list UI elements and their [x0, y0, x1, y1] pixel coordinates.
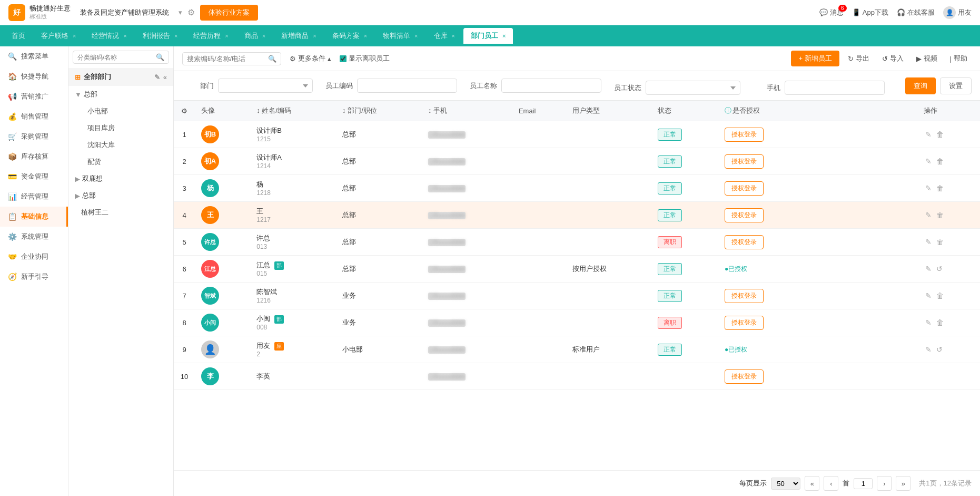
filter-emp-code-input[interactable]: [357, 79, 457, 93]
search-input[interactable]: [187, 55, 266, 63]
more-conditions-button[interactable]: ⚙ 更多条件 ▴: [285, 52, 335, 65]
dept-parent-slx[interactable]: ▶ 双鹿想: [68, 170, 173, 187]
pagination-next-btn[interactable]: ›: [877, 476, 892, 491]
col-phone[interactable]: ↕ 手机: [422, 101, 512, 121]
auth-btn-row4[interactable]: 授权登录: [725, 208, 764, 222]
tab-operation[interactable]: 经营情况 ×: [84, 28, 134, 44]
edit-btn-row9[interactable]: ✎: [925, 345, 932, 354]
delete-btn-row3[interactable]: 🗑: [936, 184, 944, 192]
tab-bom[interactable]: 物料清单 ×: [375, 28, 425, 44]
dept-parent-hq[interactable]: ▼ 总部: [68, 86, 173, 103]
auth-btn-row7[interactable]: 授权登录: [725, 289, 764, 303]
dept-all-button[interactable]: ⊞ 全部部门 ✎ «: [68, 68, 173, 86]
app-download-button[interactable]: 📱 App下载: [852, 8, 888, 17]
tab-profit-close[interactable]: ×: [174, 33, 177, 39]
delete-btn-row8[interactable]: 🗑: [936, 318, 944, 327]
filter-phone-input[interactable]: [785, 81, 885, 95]
sidebar-item-purchase[interactable]: 🛒 采购管理: [0, 127, 68, 147]
dept-item-ph[interactable]: 配货: [75, 153, 173, 170]
tab-barcode[interactable]: 条码方案 ×: [325, 28, 374, 44]
sidebar-item-nav[interactable]: 🏠 快捷导航: [0, 66, 68, 86]
auth-btn-row1[interactable]: 授权登录: [725, 128, 764, 142]
auth-btn-row10[interactable]: 授权登录: [725, 369, 764, 384]
sidebar-item-search[interactable]: 🔍 搜索菜单: [0, 46, 68, 66]
per-page-select[interactable]: 50 100: [771, 478, 800, 490]
dept-item-xmkf[interactable]: 项目库房: [75, 120, 173, 137]
online-service-button[interactable]: 🎧 在线客服: [897, 8, 935, 17]
sidebar-item-sales[interactable]: 💰 销售管理: [0, 106, 68, 127]
edit-btn-row7[interactable]: ✎: [925, 291, 932, 300]
show-resigned-checkbox[interactable]: 显示离职员工: [340, 54, 390, 63]
delete-btn-row9[interactable]: ↺: [936, 345, 943, 354]
delete-btn-row2[interactable]: 🗑: [936, 157, 944, 166]
sidebar-item-finance[interactable]: 💳 资金管理: [0, 167, 68, 187]
edit-btn-row3[interactable]: ✎: [925, 184, 932, 192]
filter-emp-name-input[interactable]: [501, 79, 601, 93]
tab-bom-close[interactable]: ×: [414, 33, 418, 39]
delete-btn-row5[interactable]: 🗑: [936, 238, 944, 246]
reset-button[interactable]: 设置: [940, 77, 972, 94]
view-button[interactable]: ▶ 视频: [912, 52, 942, 65]
tab-home[interactable]: 首页: [4, 28, 33, 44]
col-settings[interactable]: ⚙: [174, 101, 195, 121]
edit-btn-row5[interactable]: ✎: [925, 238, 932, 246]
sidebar-item-guide[interactable]: 🧭 新手引导: [0, 267, 68, 287]
message-button[interactable]: 💬 消息 6: [819, 8, 844, 17]
add-employee-button[interactable]: + 新增员工: [791, 51, 839, 66]
filter-status-select[interactable]: [646, 81, 740, 95]
delete-btn-row7[interactable]: 🗑: [936, 291, 944, 300]
delete-btn-row4[interactable]: 🗑: [936, 211, 944, 219]
dept-settings-icon[interactable]: ✎: [154, 73, 160, 81]
import-button[interactable]: ↺ 导入: [878, 52, 908, 65]
sidebar-item-inventory[interactable]: 📦 库存核算: [0, 147, 68, 167]
sidebar-item-collab[interactable]: 🤝 企业协同: [0, 247, 68, 267]
edit-btn-row6[interactable]: ✎: [925, 265, 932, 273]
dept-collapse-icon[interactable]: «: [163, 73, 167, 81]
delete-btn-row6[interactable]: ↺: [936, 265, 943, 273]
sidebar-item-operation-mgmt[interactable]: 📊 经营管理: [0, 187, 68, 207]
system-title-dropdown-icon[interactable]: ▾: [179, 8, 182, 16]
tab-profit[interactable]: 利润报告 ×: [135, 28, 185, 44]
sidebar-item-system[interactable]: ⚙️ 系统管理: [0, 227, 68, 247]
sidebar-item-marketing[interactable]: 📢 营销推广: [0, 86, 68, 106]
filter-dept-select[interactable]: [218, 79, 313, 93]
tab-goods-close[interactable]: ×: [262, 33, 265, 39]
sidebar-item-basic-info[interactable]: 📋 基础信息: [0, 207, 68, 227]
edit-btn-row4[interactable]: ✎: [925, 211, 932, 219]
tab-employee[interactable]: 部门员工 ×: [463, 28, 513, 44]
tab-goods[interactable]: 商品 ×: [237, 28, 273, 44]
tab-journey-close[interactable]: ×: [225, 33, 228, 39]
pagination-prev-btn[interactable]: ‹: [824, 476, 838, 491]
dept-search-input[interactable]: [77, 54, 154, 61]
tab-add-goods[interactable]: 新增商品 ×: [274, 28, 323, 44]
edit-btn-row2[interactable]: ✎: [925, 157, 932, 166]
user-avatar-button[interactable]: 👤 用友: [943, 6, 972, 19]
col-dept[interactable]: ↕ 部门/职位: [336, 101, 422, 121]
trial-button[interactable]: 体验行业方案: [200, 5, 258, 21]
pagination-first-btn[interactable]: «: [805, 476, 819, 491]
dept-parent-zb[interactable]: ▶ 总部: [68, 187, 173, 204]
tab-warehouse[interactable]: 仓库 ×: [427, 28, 462, 44]
auth-btn-row8[interactable]: 授权登录: [725, 316, 764, 330]
query-button[interactable]: 查询: [905, 77, 936, 94]
edit-btn-row1[interactable]: ✎: [925, 130, 932, 139]
auth-btn-row2[interactable]: 授权登录: [725, 154, 764, 169]
tab-employee-close[interactable]: ×: [502, 33, 506, 39]
tab-barcode-close[interactable]: ×: [364, 33, 367, 39]
tab-customer-close[interactable]: ×: [73, 33, 76, 39]
col-name[interactable]: ↕ 姓名/编码: [250, 101, 336, 121]
edit-btn-row8[interactable]: ✎: [925, 318, 932, 327]
tab-add-goods-close[interactable]: ×: [313, 33, 316, 39]
tab-warehouse-close[interactable]: ×: [452, 33, 455, 39]
pagination-last-btn[interactable]: »: [896, 476, 910, 491]
auth-btn-row5[interactable]: 授权登录: [725, 235, 764, 249]
settings-icon[interactable]: ⚙: [187, 7, 195, 17]
delete-btn-row1[interactable]: 🗑: [936, 130, 944, 139]
export-button[interactable]: ↻ 导出: [844, 52, 874, 65]
auth-btn-row3[interactable]: 授权登录: [725, 181, 764, 196]
help-button[interactable]: | 帮助: [946, 52, 972, 65]
tab-customer[interactable]: 客户联络 ×: [34, 28, 83, 44]
search-icon[interactable]: 🔍: [268, 55, 276, 63]
dept-item-zswez[interactable]: 植树王二: [68, 204, 173, 221]
dept-item-xdb[interactable]: 小电部: [75, 103, 173, 120]
